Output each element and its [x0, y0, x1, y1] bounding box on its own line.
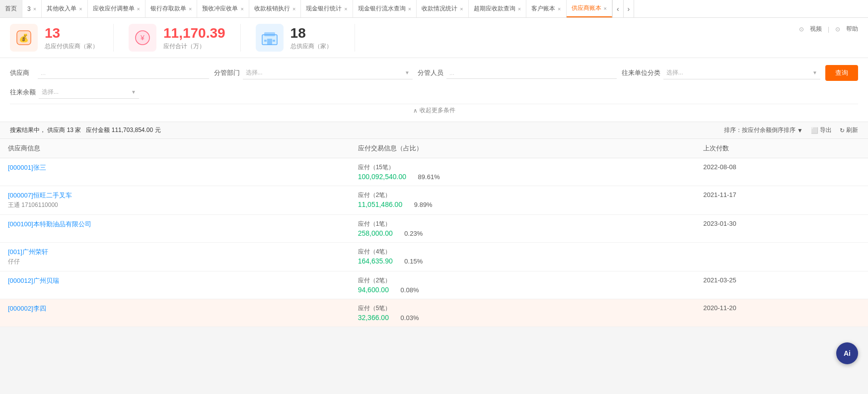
nav-tab-prepay-ar[interactable]: 预收冲应收单 ×	[197, 0, 249, 17]
refresh-icon: ↻	[840, 127, 845, 134]
person-filter-input[interactable]	[446, 67, 617, 79]
table-row: [000007]恒旺二手叉车 王通 17106110000 应付（2笔） 11,…	[0, 186, 868, 215]
supplier-cell-6: [000002]李四	[0, 299, 350, 327]
nav-tab-3[interactable]: 3 ×	[22, 0, 42, 17]
sort-arrow-icon: ▼	[797, 127, 803, 134]
amount-value-3: 258,000.00	[358, 229, 393, 237]
dept-filter-select[interactable]: 选择... ▼	[243, 66, 413, 79]
nav-tab-ar-ap-adjust[interactable]: 应收应付调整单 ×	[88, 0, 145, 17]
table-container: 供应商信息 应付交易信息（占比） 上次付数 [000001]张三 应付（15笔）…	[0, 139, 868, 327]
category-dropdown-arrow-icon: ▼	[812, 70, 817, 75]
nav-tab-prepay-ar-label: 预收冲应收单	[202, 4, 238, 13]
last-payment-date-1: 2022-08-08	[703, 163, 736, 171]
nav-arrow-right[interactable]: ›	[623, 0, 634, 17]
payable-suppliers-label: 总应付供应商（家）	[45, 42, 98, 51]
nav-tab-overdue-ar[interactable]: 超期应收款查询 ×	[469, 0, 526, 17]
table-row: [000001]张三 应付（15笔） 100,092,540.00 89.61%…	[0, 158, 868, 186]
help-video-link[interactable]: 视频	[810, 25, 822, 33]
nav-tab-cash-bank-stat-close[interactable]: ×	[344, 6, 347, 12]
nav-tab-3-label: 3	[27, 5, 31, 12]
nav-tab-other-income-label: 其他收入单	[47, 4, 76, 13]
balance-filter-select[interactable]: 选择... ▼	[39, 86, 139, 99]
transaction-cell-1: 应付（15笔） 100,092,540.00 89.61%	[350, 158, 696, 186]
nav-tab-cash-bank-flow[interactable]: 现金银行流水查询 ×	[353, 0, 417, 17]
amount-value-4: 164,635.90	[358, 257, 393, 265]
export-button[interactable]: ⬜ 导出	[811, 126, 832, 134]
percentage-5: 0.08%	[401, 286, 419, 294]
supplier-filter-input[interactable]	[38, 67, 209, 79]
nav-tab-supplier-ledger[interactable]: 供应商账本 ×	[567, 0, 612, 17]
percentage-2: 9.89%	[414, 201, 433, 208]
supplier-link-5[interactable]: [000012]广州贝瑞	[8, 277, 59, 284]
nav-tab-bank-deposit-close[interactable]: ×	[189, 6, 192, 12]
nav-tab-cash-bank-stat[interactable]: 现金银行统计 ×	[301, 0, 353, 17]
table-wrapper: 供应商信息 应付交易信息（占比） 上次付数 [000001]张三 应付（15笔）…	[0, 139, 868, 327]
supplier-link-1[interactable]: [000001]张三	[8, 164, 46, 171]
sort-button[interactable]: 排序：按应付余额倒序排序 ▼	[724, 126, 803, 134]
payable-total-number: 11,170.39	[163, 25, 225, 41]
stats-bar: 💰 13 总应付供应商（家） ¥ 11,170.39 应付合计（万）	[0, 18, 868, 58]
percentage-3: 0.23%	[404, 230, 423, 237]
stats-item-total-suppliers: 18 总供应商（家）	[256, 24, 355, 52]
nav-tab-3-close[interactable]: ×	[33, 6, 36, 12]
nav-tab-bank-deposit[interactable]: 银行存取款单 ×	[145, 0, 197, 17]
supplier-filter-label: 供应商	[10, 68, 35, 77]
total-suppliers-text: 18 总供应商（家）	[290, 25, 332, 51]
transaction-cell-6: 应付（5笔） 32,366.00 0.03%	[350, 299, 696, 327]
filter-dept: 分管部门 选择... ▼	[214, 66, 413, 79]
nav-tab-customer-ledger-close[interactable]: ×	[558, 6, 561, 12]
svg-rect-7	[264, 40, 267, 42]
amount-label-6: 应付（5笔）	[358, 304, 688, 313]
nav-tab-home[interactable]: 首页	[0, 0, 22, 17]
category-filter-select[interactable]: 选择... ▼	[663, 66, 821, 79]
nav-tab-prepay-ar-close[interactable]: ×	[240, 6, 243, 12]
nav-tab-receipt-verify-label: 收款核销执行	[254, 4, 290, 13]
nav-tab-other-income[interactable]: 其他收入单 ×	[42, 0, 87, 17]
result-amount-label: 应付金额	[86, 127, 110, 133]
stats-item-payable-suppliers: 💰 13 总应付供应商（家）	[10, 24, 114, 52]
collapse-button[interactable]: ∧ 收起更多条件	[10, 104, 858, 117]
last-payment-date-3: 2023-01-30	[703, 220, 736, 227]
person-filter-label: 分管人员	[418, 68, 443, 77]
supplier-link-2[interactable]: [000007]恒旺二手叉车	[8, 192, 72, 199]
nav-tab-ar-ap-adjust-close[interactable]: ×	[137, 6, 140, 12]
help-link[interactable]: 帮助	[846, 25, 858, 33]
divider: |	[828, 26, 829, 33]
amount-label-2: 应付（2笔）	[358, 191, 688, 199]
amount-value-6: 32,366.00	[358, 314, 389, 322]
query-button[interactable]: 查询	[825, 65, 858, 81]
supplier-cell-3: [000100]本特勤油品有限公司	[0, 215, 350, 243]
supplier-link-6[interactable]: [000002]李四	[8, 305, 46, 312]
nav-tab-customer-ledger[interactable]: 客户账本 ×	[526, 0, 566, 17]
circle-play-icon: ⊙	[799, 26, 804, 33]
nav-tab-overdue-ar-close[interactable]: ×	[518, 6, 521, 12]
nav-tab-ar-ap-adjust-label: 应收应付调整单	[93, 4, 135, 13]
transaction-cell-4: 应付（4笔） 164,635.90 0.15%	[350, 243, 696, 271]
table-row: [000100]本特勤油品有限公司 应付（1笔） 258,000.00 0.23…	[0, 215, 868, 243]
refresh-button[interactable]: ↻ 刷新	[840, 126, 858, 134]
balance-dropdown-arrow-icon: ▼	[131, 89, 136, 95]
circle-question-icon: ⊙	[835, 26, 840, 33]
nav-arrow-left[interactable]: ‹	[612, 0, 623, 17]
table-row: [000012]广州贝瑞 应付（2笔） 94,600.00 0.08% 2021…	[0, 271, 868, 299]
export-label: 导出	[820, 126, 832, 134]
filter-category: 往来单位分类 选择... ▼	[622, 66, 821, 79]
nav-tab-customer-ledger-label: 客户账本	[531, 4, 555, 13]
nav-tab-receipt-verify-close[interactable]: ×	[292, 6, 295, 12]
nav-tab-receipt-stat[interactable]: 收款情况统计 ×	[417, 0, 468, 17]
filter-row-2: 往来余额 选择... ▼	[10, 86, 858, 99]
nav-tab-cash-bank-stat-label: 现金银行统计	[306, 4, 342, 13]
last-payment-cell-3: 2023-01-30	[695, 215, 868, 243]
nav-tab-receipt-verify[interactable]: 收款核销执行 ×	[249, 0, 301, 17]
supplier-link-4[interactable]: [001]广州荣轩	[8, 248, 48, 256]
supplier-sub-4: 仔仔	[8, 258, 342, 266]
percentage-6: 0.03%	[401, 314, 419, 322]
nav-tab-receipt-stat-close[interactable]: ×	[460, 6, 463, 12]
supplier-link-3[interactable]: [000100]本特勤油品有限公司	[8, 220, 91, 228]
payable-total-icon: ¥	[129, 24, 156, 52]
supplier-sub-2: 王通 17106110000	[8, 201, 342, 209]
nav-tab-supplier-ledger-close[interactable]: ×	[604, 5, 607, 11]
svg-rect-6	[267, 39, 272, 45]
nav-tab-cash-bank-flow-close[interactable]: ×	[408, 6, 411, 12]
nav-tab-other-income-close[interactable]: ×	[79, 6, 82, 12]
